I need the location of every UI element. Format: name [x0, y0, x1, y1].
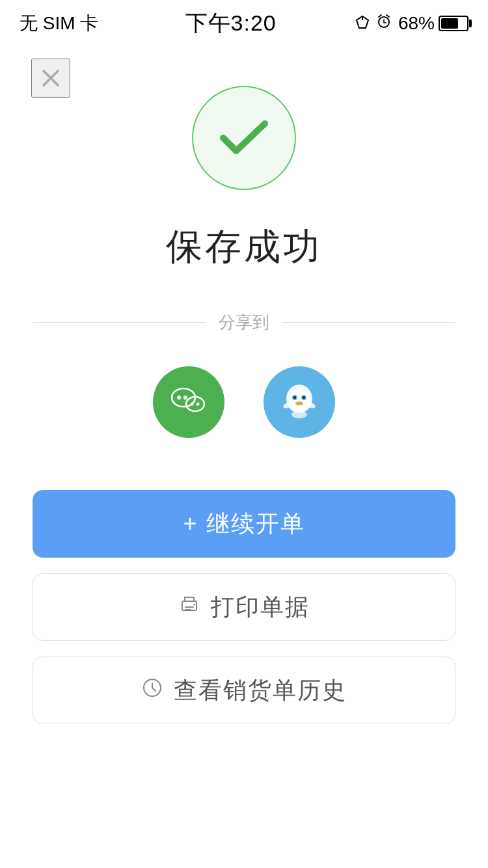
success-title: 保存成功	[166, 223, 322, 272]
svg-point-6	[191, 403, 194, 406]
continue-button[interactable]: + 继续开单	[33, 490, 455, 558]
status-time: 下午3:20	[185, 8, 277, 38]
svg-point-13	[303, 396, 305, 399]
status-left: 无 SIM 卡	[20, 11, 106, 36]
svg-point-4	[183, 396, 187, 400]
history-icon	[141, 677, 163, 704]
success-circle	[192, 86, 296, 190]
divider-left	[33, 322, 206, 323]
share-buttons	[153, 366, 335, 438]
svg-point-9	[289, 388, 310, 412]
main-content: 保存成功 分享到	[0, 47, 488, 724]
print-icon	[178, 593, 200, 621]
wechat-share-button[interactable]	[153, 366, 224, 438]
svg-point-17	[291, 411, 307, 418]
print-button-label: 打印单据	[211, 591, 310, 623]
svg-rect-20	[185, 609, 191, 610]
svg-rect-19	[185, 606, 194, 608]
battery-icon	[439, 16, 468, 31]
share-label: 分享到	[219, 311, 269, 334]
svg-point-14	[295, 401, 303, 405]
print-button[interactable]: 打印单据	[33, 573, 455, 641]
action-buttons: + 继续开单 打印单据 查看销	[33, 490, 455, 724]
status-bar: 无 SIM 卡 下午3:20	[0, 0, 488, 47]
svg-point-3	[177, 396, 181, 400]
continue-button-label: + 继续开单	[183, 508, 305, 540]
close-button[interactable]	[31, 59, 70, 98]
svg-point-12	[293, 396, 296, 399]
carrier-text: 无 SIM 卡	[20, 11, 98, 36]
location-icon	[355, 13, 370, 34]
history-button[interactable]: 查看销货单历史	[33, 657, 455, 724]
battery-container: 68%	[398, 13, 468, 34]
svg-point-7	[197, 403, 200, 406]
battery-percent: 68%	[398, 13, 435, 34]
status-right: 68%	[355, 13, 468, 34]
svg-rect-18	[182, 601, 197, 610]
alarm-icon	[376, 13, 392, 34]
qq-share-button[interactable]	[264, 366, 335, 438]
share-divider: 分享到	[33, 311, 455, 334]
history-button-label: 查看销货单历史	[174, 675, 347, 707]
svg-point-21	[194, 604, 196, 606]
divider-right	[282, 322, 455, 323]
battery-fill	[441, 18, 458, 29]
